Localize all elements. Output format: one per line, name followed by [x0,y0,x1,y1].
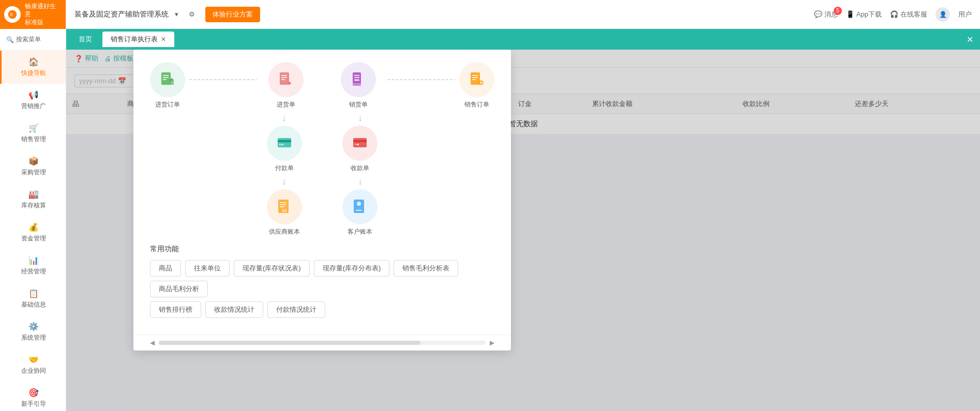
message-icon: 💬 [814,10,822,18]
svg-point-45 [357,202,361,206]
sidebar-item-finance[interactable]: 💰 资金管理 [0,216,66,249]
sidebar-search-area[interactable]: 🔍 搜索菜单 [0,29,66,51]
trial-button[interactable]: 体验行业方案 [205,7,260,22]
marketing-icon: 📢 [28,90,39,100]
inventory-icon: 🏭 [28,189,39,199]
flow-row-3: ↓ [150,177,494,236]
customer-ledger-col: ↓ 客户账本 [342,177,378,236]
customer-ledger-label: 客户账本 [348,227,372,236]
user-name: 用户 [958,10,972,19]
basic-info-icon: 📋 [28,288,39,298]
online-service-button[interactable]: 🎧 在线客服 [890,10,927,19]
supplier-ledger-col: ↓ [267,177,302,236]
purchase-order-svg-icon [158,70,177,89]
svg-rect-21 [353,82,361,86]
system-icon: ⚙️ [28,322,39,331]
func-btn-sales-rank[interactable]: 销售排行榜 [150,301,201,318]
modal-overlay: 进货订单 [66,50,980,411]
func-btn-sales-profit[interactable]: 销售毛利分析表 [394,260,458,277]
system-title: 装备及固定资产辅助管理系统 [74,10,169,19]
header-right: 💬 消息 5 📱 App下载 🎧 在线客服 👤 用户 [814,7,972,22]
dashed-arrow-icon [189,77,264,83]
sidebar-item-basic-info[interactable]: 📋 基础信息 [0,282,66,315]
sidebar-item-marketing[interactable]: 📢 营销推广 [0,84,66,117]
tab-close-icon[interactable]: ✕ [161,36,166,43]
purchase-order-icon-bg [150,62,185,97]
payment-col: ↓ ¥ 付款单 [267,113,302,173]
scroll-track[interactable] [159,341,486,345]
arrow-down-supplier: ↓ [282,177,287,186]
svg-rect-30 [278,138,291,147]
sales-bill-label: 销货单 [349,100,368,109]
flow-node-purchase-bill: 进货单 [268,62,304,109]
modal-content: 进货订单 [133,50,511,330]
sidebar-item-purchase[interactable]: 📦 采购管理 [0,150,66,183]
sidebar-nav: 🏠 快捷导航 📢 营销推广 🛒 销售管理 📦 采购管理 🏭 库存核算 💰 [0,51,66,411]
svg-text:B: B [10,12,13,17]
func-btn-receipt-stats[interactable]: 收款情况统计 [205,301,263,318]
func-btn-product[interactable]: 商品 [150,260,181,277]
top-header: 装备及固定资产辅助管理系统 ▾ ⚙ 体验行业方案 💬 消息 5 📱 App下载 [66,0,980,29]
sidebar-item-quick-nav[interactable]: 🏠 快捷导航 [0,51,66,84]
func-btn-partner[interactable]: 往来单位 [185,260,230,277]
tab-sales-order[interactable]: 销售订单执行表 ✕ [102,32,174,47]
page-area: ❓ 帮助 🖨 按模板打印 ▾ 📤 导出 🔄 刷新 [66,50,980,411]
sidebar-item-sales[interactable]: 🛒 销售管理 [0,117,66,150]
func-btn-product-profit[interactable]: 商品毛利分析 [150,281,208,297]
modal-scrollbar: ◀ ▶ [133,334,511,351]
sidebar-item-system[interactable]: ⚙️ 系统管理 [0,315,66,348]
receipt-svg-icon: ¥ [351,134,369,153]
supplier-ledger-icon-bg [267,189,302,224]
scroll-right-arrow[interactable]: ▶ [490,339,494,346]
sidebar-item-enterprise[interactable]: 🤝 企业协同 [0,348,66,382]
system-dropdown[interactable]: ▾ [175,10,178,18]
customer-ledger-icon-bg [342,189,378,224]
purchase-order-label: 进货订单 [155,100,180,109]
common-functions-section: 常用功能 商品 往来单位 现存量(库存状况表) 现存量(库存分布表) 销售毛利分… [150,245,494,318]
sales-bill-svg-icon [349,70,368,89]
functions-row-1: 商品 往来单位 现存量(库存状况表) 现存量(库存分布表) 销售毛利分析表 商品… [150,260,494,297]
supplier-ledger-label: 供应商账本 [269,227,300,236]
search-menu-button[interactable]: 🔍 搜索菜单 [4,33,62,46]
scroll-left-arrow[interactable]: ◀ [150,339,155,346]
app-download-button[interactable]: 📱 App下载 [846,10,882,19]
purchase-icon: 📦 [28,156,39,166]
user-avatar[interactable]: 👤 [936,7,950,22]
svg-rect-11 [280,72,289,85]
purchase-bill-svg-icon [277,70,295,89]
purchase-bill-label: 进货单 [277,100,295,109]
settings-button[interactable]: ⚙ [185,7,199,22]
svg-rect-44 [354,200,364,213]
sidebar-item-operations[interactable]: 📊 经营管理 [0,249,66,282]
sales-icon: 🛒 [28,123,39,133]
receipt-col: ↓ ¥ 收款单 [342,113,378,173]
service-icon: 🎧 [890,10,898,18]
func-btn-stock-status[interactable]: 现存量(库存状况表) [234,260,310,277]
common-functions-title: 常用功能 [150,245,494,254]
flow-arrow-2 [376,77,459,83]
svg-rect-2 [161,72,171,85]
sales-bill-icon-bg [341,62,376,97]
sidebar: B 畅康通好生意 标准版 🔍 搜索菜单 🏠 快捷导航 📢 营销推广 [0,0,66,411]
tab-home[interactable]: 首页 [70,32,100,47]
scroll-thumb [159,341,420,345]
purchase-bill-icon-bg [268,62,304,97]
func-btn-payment-stats[interactable]: 付款情况统计 [267,301,325,318]
arrow-down-customer: ↓ [358,177,363,186]
dashed-arrow-left-icon [380,77,455,83]
newbie-icon: 🎯 [28,388,39,398]
gear-icon: ⚙ [189,10,195,18]
flow-node-sales-order: 销售订单 [459,62,494,109]
flow-row-2: ↓ ¥ 付款单 [150,113,494,173]
tab-bar-close-button[interactable]: ✕ [963,33,976,45]
message-button[interactable]: 💬 消息 5 [814,10,838,19]
operations-icon: 📊 [28,255,39,265]
sidebar-item-inventory[interactable]: 🏭 库存核算 [0,183,66,216]
main-content: 装备及固定资产辅助管理系统 ▾ ⚙ 体验行业方案 💬 消息 5 📱 App下载 [66,0,980,411]
func-btn-stock-dist[interactable]: 现存量(库存分布表) [314,260,390,277]
home-icon: 🏠 [28,57,39,67]
message-badge: 5 [834,7,842,15]
avatar-icon: 👤 [939,11,947,18]
sidebar-item-newbie[interactable]: 🎯 新手引导 [0,382,66,411]
payment-svg-icon: ¥ [275,134,294,153]
